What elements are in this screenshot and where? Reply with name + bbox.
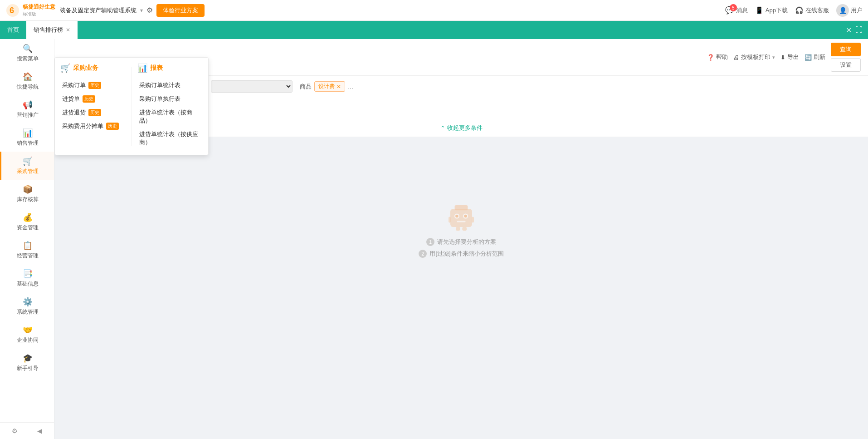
hist-badge-0[interactable]: 历史 (88, 82, 101, 89)
user-action[interactable]: 👤 用户 (836, 4, 863, 17)
logo-icon: 6 (5, 3, 20, 18)
system-title-dropdown[interactable]: ▾ (140, 7, 143, 14)
print-dropdown-icon[interactable]: ▾ (772, 54, 775, 60)
user-label: 用户 (851, 6, 863, 15)
menu-item-order-stat[interactable]: 采购订单统计表 (137, 79, 203, 92)
menu-item-incoming-stat-goods[interactable]: 进货单统计表（按商品） (137, 106, 203, 128)
svg-rect-3 (455, 205, 468, 210)
header-center: 装备及固定资产辅助管理系统 ▾ ⚙ 体验行业方案 (60, 4, 725, 17)
sidebar-item-finance[interactable]: 💰 资金管理 (0, 208, 54, 236)
tab-home[interactable]: 首页 (0, 21, 26, 39)
app-download-label: App下载 (766, 6, 788, 15)
goods-tag: 设计费 ✕ (314, 81, 345, 92)
sidebar: 🔍 搜索菜单 🏠 快捷导航 📢 营销推广 📊 销售管理 🛒 采购管理 📦 库存核… (0, 39, 54, 439)
svg-rect-2 (450, 209, 472, 227)
svg-point-7 (464, 215, 467, 217)
menu-item-purchase-order[interactable]: 采购订单 历史 (60, 79, 126, 92)
sidebar-item-corp-label: 企业协同 (17, 336, 39, 344)
sidebar-item-nav[interactable]: 🏠 快捷导航 (0, 67, 54, 95)
industry-btn[interactable]: 体验行业方案 (156, 4, 205, 17)
system-icon: ⚙️ (23, 297, 33, 307)
sidebar-item-basic-label: 基础信息 (17, 280, 39, 288)
tab-sales-rank[interactable]: 销售排行榜 ✕ (26, 21, 78, 39)
tab-window-close-icon[interactable]: ✕ (846, 26, 852, 35)
tab-sales-rank-label: 销售排行榜 (34, 26, 63, 34)
message-label: 消息 (736, 6, 748, 15)
sidebar-item-ops[interactable]: 📋 经营管理 (0, 236, 54, 264)
sidebar-item-purchase-label: 采购管理 (17, 168, 39, 175)
settings-icon[interactable]: ⚙ (146, 6, 153, 15)
tab-close-icon[interactable]: ✕ (66, 27, 70, 33)
purchase-icon: 🛒 (23, 156, 33, 166)
dropdown-col-report-header: 📊 报表 (137, 63, 203, 75)
help-action[interactable]: ❓ 帮助 (707, 53, 728, 61)
empty-text-1: 1 请先选择要分析的方案 (426, 238, 496, 246)
print-action[interactable]: 🖨 按模板打印 ▾ (733, 53, 775, 61)
logo-area: 6 畅捷通好生意 标准版 (5, 3, 60, 18)
menu-item-incoming-return[interactable]: 进货退货 历史 (60, 106, 126, 119)
online-service-action[interactable]: 🎧 在线客服 (795, 6, 829, 15)
sidebar-item-inventory[interactable]: 📦 库存核算 (0, 180, 54, 208)
sidebar-item-system-label: 系统管理 (17, 308, 39, 316)
app-icon: 📱 (755, 6, 764, 15)
menu-item-incoming[interactable]: 进货单 历史 (60, 92, 126, 106)
sidebar-item-purchase[interactable]: 🛒 采购管理 (0, 152, 54, 180)
avatar: 👤 (836, 4, 849, 17)
sidebar-collapse-btn[interactable]: ◀ (37, 427, 42, 434)
set-btn[interactable]: 设置 (831, 58, 861, 72)
finance-icon: 💰 (23, 212, 33, 222)
ops-icon: 📋 (23, 241, 33, 251)
sales-icon: 📊 (23, 128, 33, 138)
export-action[interactable]: ⬇ 导出 (780, 53, 799, 61)
menu-item-purchase-expense[interactable]: 采购费用分摊单 历史 (60, 119, 126, 133)
home-icon: 🏠 (23, 72, 33, 82)
hist-badge-1[interactable]: 历史 (83, 95, 95, 103)
hist-badge-2[interactable]: 历史 (88, 109, 101, 116)
message-action[interactable]: 💬 5 消息 (725, 6, 748, 15)
svg-rect-9 (449, 217, 451, 223)
hist-badge-3[interactable]: 历史 (106, 123, 119, 130)
status-select[interactable] (211, 80, 293, 93)
goods-ellipsis[interactable]: ... (348, 83, 353, 90)
collapse-arrow-icon: ⌃ (440, 125, 445, 132)
sidebar-item-sales[interactable]: 📊 销售管理 (0, 123, 54, 152)
sidebar-item-guide[interactable]: 🎓 新手引导 (0, 349, 54, 377)
sidebar-item-basic[interactable]: 📑 基础信息 (0, 264, 54, 292)
sidebar-item-search[interactable]: 🔍 搜索菜单 (0, 39, 54, 67)
sidebar-item-nav-label: 快捷导航 (17, 83, 39, 91)
search-icon: 🔍 (23, 44, 33, 54)
guide-icon: 🎓 (23, 353, 33, 363)
tab-bar: 首页 销售排行榜 ✕ ✕ ⛶ (0, 21, 868, 39)
report-title: 报表 (150, 64, 163, 72)
svg-rect-12 (462, 227, 467, 231)
menu-item-incoming-stat-supplier[interactable]: 进货单统计表（按供应商） (137, 128, 203, 149)
purchase-business-title: 采购业务 (73, 64, 98, 72)
tab-maximize-icon[interactable]: ⛶ (855, 26, 863, 34)
app-download-action[interactable]: 📱 App下载 (755, 6, 788, 15)
help-label: 帮助 (716, 53, 728, 61)
sidebar-item-marketing[interactable]: 📢 营销推广 (0, 95, 54, 123)
refresh-action[interactable]: 🔄 刷新 (805, 53, 825, 61)
sidebar-item-corp[interactable]: 🤝 企业协同 (0, 321, 54, 349)
action-btn-col: 查询 设置 (831, 43, 861, 72)
query-btn[interactable]: 查询 (831, 43, 861, 56)
menu-item-order-exec[interactable]: 采购订单执行表 (137, 92, 203, 106)
dropdown-cols: 🛒 采购业务 采购订单 历史 进货单 历史 进货退货 历史 (55, 63, 208, 149)
goods-tag-close[interactable]: ✕ (336, 84, 341, 90)
collapse-label: 收起更多条件 (447, 124, 483, 132)
goods-label: 商品 (300, 83, 312, 91)
system-title: 装备及固定资产辅助管理系统 (60, 6, 137, 15)
sidebar-item-sales-label: 销售管理 (17, 139, 39, 147)
sidebar-item-inventory-label: 库存核算 (17, 196, 39, 203)
purchase-business-icon: 🛒 (60, 63, 70, 73)
filter-item-goods: 商品 设计费 ✕ ... (300, 81, 353, 92)
message-badge: 5 (730, 4, 737, 11)
header-right: 💬 5 消息 📱 App下载 🎧 在线客服 👤 用户 (725, 4, 863, 17)
sidebar-item-ops-label: 经营管理 (17, 252, 39, 260)
svg-rect-11 (456, 227, 460, 231)
headset-icon: 🎧 (795, 6, 804, 15)
sidebar-settings-btn[interactable]: ⚙ (12, 427, 18, 434)
sidebar-item-system[interactable]: ⚙️ 系统管理 (0, 292, 54, 321)
sidebar-item-search-label: 搜索菜单 (17, 55, 39, 63)
top-header: 6 畅捷通好生意 标准版 装备及固定资产辅助管理系统 ▾ ⚙ 体验行业方案 💬 … (0, 0, 868, 21)
